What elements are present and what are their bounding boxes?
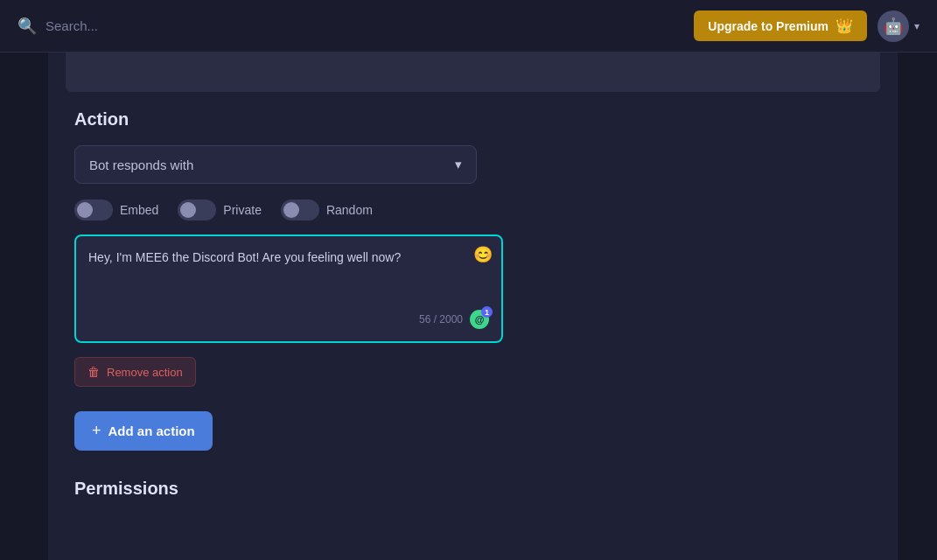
- topbar: 🔍 Upgrade to Premium 👑 🤖 ▾: [0, 0, 937, 52]
- search-input[interactable]: [45, 18, 220, 33]
- emoji-icon: 😊: [473, 246, 493, 263]
- upgrade-premium-button[interactable]: Upgrade to Premium 👑: [694, 10, 867, 41]
- topbar-right: Upgrade to Premium 👑 🤖 ▾: [694, 10, 920, 42]
- embed-toggle-label: Embed: [120, 203, 158, 217]
- search-icon: 🔍: [17, 17, 37, 36]
- message-box: 😊 56 / 2000 @: [74, 234, 503, 343]
- content-panel: Action Bot responds with ▾ Embed: [48, 52, 898, 560]
- private-toggle-label: Private: [223, 203, 262, 217]
- bot-responds-dropdown[interactable]: Bot responds with ▾: [74, 145, 477, 184]
- permissions-section-title: Permissions: [74, 479, 871, 499]
- right-sidebar: [898, 52, 937, 560]
- embed-toggle-knob: [77, 202, 93, 218]
- panel-body: Action Bot responds with ▾ Embed: [48, 92, 898, 516]
- private-toggle[interactable]: [178, 200, 216, 220]
- remove-action-label: Remove action: [107, 366, 183, 379]
- random-toggle[interactable]: [281, 200, 319, 220]
- embed-toggle[interactable]: [74, 200, 113, 220]
- char-count: 56 / 2000: [419, 313, 463, 326]
- add-action-label: Add an action: [108, 424, 195, 438]
- remove-action-button[interactable]: 🗑 Remove action: [74, 357, 196, 387]
- embed-toggle-group: Embed: [74, 200, 158, 220]
- dropdown-chevron-icon: ▾: [455, 157, 462, 172]
- search-area: 🔍: [17, 17, 220, 36]
- mention-badge: @: [470, 310, 489, 329]
- chevron-down-icon: ▾: [914, 20, 920, 32]
- left-sidebar: [0, 52, 48, 560]
- message-textarea[interactable]: [88, 248, 489, 301]
- random-toggle-knob: [283, 202, 299, 218]
- dropdown-label: Bot responds with: [89, 158, 193, 172]
- top-strip: [66, 52, 880, 92]
- add-action-button[interactable]: + Add an action: [74, 411, 213, 451]
- random-toggle-label: Random: [326, 203, 373, 217]
- emoji-picker-button[interactable]: 😊: [473, 245, 493, 264]
- avatar: 🤖: [878, 10, 909, 42]
- plus-icon: +: [92, 422, 101, 440]
- crown-icon: 👑: [836, 18, 853, 34]
- char-count-row: 56 / 2000 @: [88, 310, 489, 329]
- upgrade-label: Upgrade to Premium: [708, 19, 829, 33]
- trash-icon: 🗑: [87, 365, 100, 379]
- random-toggle-group: Random: [281, 200, 373, 220]
- toggles-row: Embed Private Random: [74, 200, 871, 220]
- action-section-title: Action: [74, 109, 871, 130]
- private-toggle-group: Private: [178, 200, 262, 220]
- private-toggle-knob: [180, 202, 196, 218]
- main-content: Action Bot responds with ▾ Embed: [0, 52, 937, 560]
- avatar-dropdown[interactable]: 🤖 ▾: [878, 10, 920, 42]
